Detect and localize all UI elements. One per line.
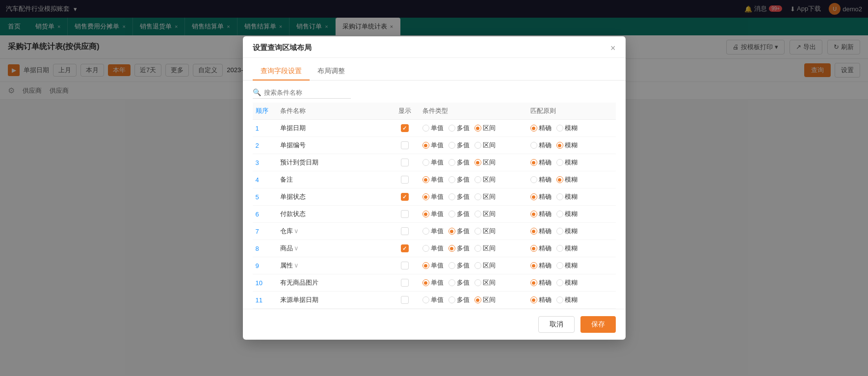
save-button[interactable]: 保存 (580, 316, 616, 333)
show-checkbox[interactable] (401, 296, 409, 304)
radio-type_multi[interactable]: 多值 (448, 278, 470, 287)
radio-match_exact[interactable]: 精确 (530, 158, 552, 167)
cell-order: 5 (253, 188, 277, 206)
radio-type_range[interactable]: 区间 (474, 158, 496, 167)
cell-name: 来源单据日期 (277, 292, 390, 309)
table-row: 2单据编号单值多值区间精确模糊 (253, 137, 616, 154)
radio-type_single[interactable]: 单值 (422, 261, 444, 270)
radio-type_multi[interactable]: 多值 (448, 210, 470, 218)
radio-type_range[interactable]: 区间 (474, 244, 496, 253)
radio-circle-match_fuzzy (556, 296, 563, 303)
radio-match_exact[interactable]: 精确 (530, 261, 552, 270)
radio-type_single[interactable]: 单值 (422, 210, 444, 218)
cell-order: 4 (253, 171, 277, 188)
cell-match: 精确模糊 (527, 120, 616, 137)
radio-type_multi[interactable]: 多值 (448, 295, 470, 304)
show-checkbox[interactable] (401, 244, 409, 252)
radio-circle-match_exact (530, 159, 537, 166)
radio-match_fuzzy[interactable]: 模糊 (556, 141, 578, 150)
radio-type_single[interactable]: 单值 (422, 175, 444, 184)
cell-name: 单据日期 (277, 120, 390, 137)
radio-match_exact[interactable]: 精确 (530, 278, 552, 287)
show-checkbox[interactable] (401, 124, 409, 132)
cell-name: 预计到货日期 (277, 154, 390, 171)
radio-type_single[interactable]: 单值 (422, 227, 444, 236)
radio-match_fuzzy[interactable]: 模糊 (556, 278, 578, 287)
cancel-button[interactable]: 取消 (538, 316, 575, 333)
dialog-title: 设置查询区域布局 (253, 43, 312, 53)
radio-type_single[interactable]: 单值 (422, 278, 444, 287)
show-checkbox[interactable] (401, 279, 409, 287)
radio-type_range[interactable]: 区间 (474, 227, 496, 236)
dialog-tab-fields[interactable]: 查询字段设置 (253, 63, 310, 81)
cell-order: 11 (253, 292, 277, 309)
expand-chevron[interactable]: ∨ (294, 227, 299, 235)
dialog-header: 设置查询区域布局 × (243, 36, 626, 58)
radio-match_exact[interactable]: 精确 (530, 124, 552, 133)
show-checkbox[interactable] (401, 262, 409, 269)
radio-type_multi[interactable]: 多值 (448, 192, 470, 201)
radio-type_multi[interactable]: 多值 (448, 158, 470, 167)
radio-circle-match_exact (530, 142, 537, 149)
radio-match_fuzzy[interactable]: 模糊 (556, 158, 578, 167)
expand-chevron[interactable]: ∨ (294, 262, 299, 269)
radio-type_multi[interactable]: 多值 (448, 227, 470, 236)
radio-match_fuzzy[interactable]: 模糊 (556, 295, 578, 304)
cell-order: 1 (253, 120, 277, 137)
radio-circle-type_multi (448, 125, 455, 132)
radio-match_fuzzy[interactable]: 模糊 (556, 244, 578, 253)
radio-type_single[interactable]: 单值 (422, 124, 444, 133)
radio-type_single[interactable]: 单值 (422, 158, 444, 167)
show-checkbox[interactable] (401, 141, 409, 149)
radio-match_fuzzy[interactable]: 模糊 (556, 210, 578, 218)
radio-match_fuzzy[interactable]: 模糊 (556, 192, 578, 201)
show-checkbox[interactable] (401, 210, 409, 218)
radio-type_range[interactable]: 区间 (474, 141, 496, 150)
cell-type: 单值多值区间 (420, 223, 527, 240)
radio-type_multi[interactable]: 多值 (448, 141, 470, 150)
radio-type_multi[interactable]: 多值 (448, 175, 470, 184)
radio-type_multi[interactable]: 多值 (448, 124, 470, 133)
table-row: 9属性∨单值多值区间精确模糊 (253, 257, 616, 274)
search-input[interactable] (264, 89, 342, 96)
radio-type_range[interactable]: 区间 (474, 124, 496, 133)
cell-order: 7 (253, 223, 277, 240)
radio-type_range[interactable]: 区间 (474, 210, 496, 218)
radio-type_single[interactable]: 单值 (422, 244, 444, 253)
radio-match_exact[interactable]: 精确 (530, 210, 552, 218)
radio-match_exact[interactable]: 精确 (530, 244, 552, 253)
radio-type_range[interactable]: 区间 (474, 192, 496, 201)
dialog-tab-layout[interactable]: 布局调整 (310, 63, 353, 81)
expand-chevron[interactable]: ∨ (294, 244, 299, 252)
radio-match_exact[interactable]: 精确 (530, 295, 552, 304)
radio-match_fuzzy[interactable]: 模糊 (556, 175, 578, 184)
radio-type_range[interactable]: 区间 (474, 295, 496, 304)
radio-type_range[interactable]: 区间 (474, 261, 496, 270)
radio-match_exact[interactable]: 精确 (530, 192, 552, 201)
radio-match_fuzzy[interactable]: 模糊 (556, 227, 578, 236)
dialog-close-button[interactable]: × (610, 44, 616, 53)
th-name: 条件名称 (277, 103, 390, 120)
cell-show (390, 137, 420, 154)
radio-match_fuzzy[interactable]: 模糊 (556, 124, 578, 133)
radio-type_single[interactable]: 单值 (422, 295, 444, 304)
radio-type_single[interactable]: 单值 (422, 141, 444, 150)
radio-match_exact[interactable]: 精确 (530, 175, 552, 184)
radio-type_range[interactable]: 区间 (474, 175, 496, 184)
radio-match_fuzzy[interactable]: 模糊 (556, 261, 578, 270)
radio-circle-match_fuzzy (556, 142, 563, 149)
cell-order: 9 (253, 257, 277, 274)
radio-type_single[interactable]: 单值 (422, 192, 444, 201)
show-checkbox[interactable] (401, 176, 409, 184)
show-checkbox[interactable] (401, 227, 409, 235)
show-checkbox[interactable] (401, 193, 409, 201)
radio-type_range[interactable]: 区间 (474, 278, 496, 287)
cell-show (390, 206, 420, 223)
radio-match_exact[interactable]: 精确 (530, 227, 552, 236)
radio-type_multi[interactable]: 多值 (448, 261, 470, 270)
dialog-tabs: 查询字段设置 布局调整 (243, 58, 626, 81)
show-checkbox[interactable] (401, 159, 409, 166)
cell-name: 商品∨ (277, 240, 390, 257)
radio-match_exact[interactable]: 精确 (530, 141, 552, 150)
radio-type_multi[interactable]: 多值 (448, 244, 470, 253)
